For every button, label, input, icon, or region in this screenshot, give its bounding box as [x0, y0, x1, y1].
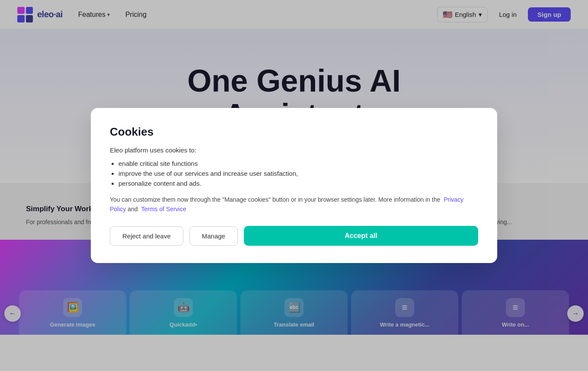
cookie-note: You can customize them now through the "… — [110, 195, 478, 214]
accept-all-button[interactable]: Accept all — [244, 226, 478, 246]
reject-button[interactable]: Reject and leave — [110, 226, 183, 246]
cookie-title: Cookies — [110, 125, 478, 139]
cookie-modal: Cookies Eleo platform uses cookies to: e… — [91, 108, 497, 263]
manage-button[interactable]: Manage — [189, 226, 238, 246]
cookie-intro: Eleo platform uses cookies to: — [110, 146, 478, 154]
cookie-buttons: Reject and leave Manage Accept all — [110, 226, 478, 246]
cookie-bullet-1: improve the use of our services and incr… — [118, 170, 478, 177]
tos-link[interactable]: Terms of Service — [141, 206, 186, 212]
cookie-bullet-0: enable critical site functions — [118, 160, 478, 167]
cookie-bullets-list: enable critical site functions improve t… — [118, 160, 478, 187]
cookie-bullet-2: personalize content and ads. — [118, 180, 478, 187]
cookie-overlay: Cookies Eleo platform uses cookies to: e… — [0, 0, 588, 335]
